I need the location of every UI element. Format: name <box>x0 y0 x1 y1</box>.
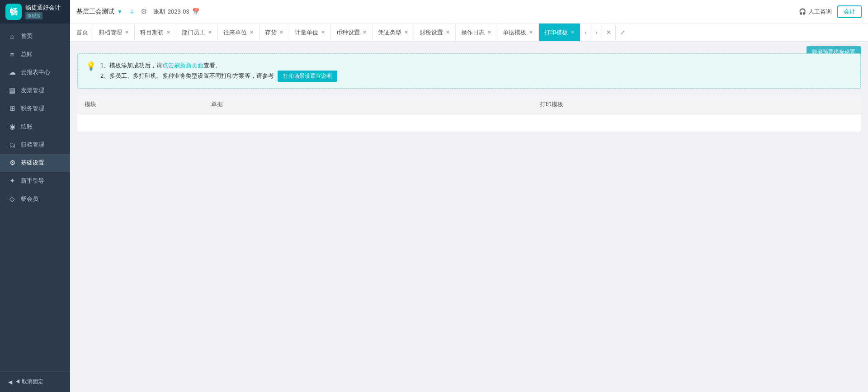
unpin-button[interactable]: ◀ ◀ 取消固定 <box>0 371 70 392</box>
info-text: 1、模板添加成功后，请点击刷新新页面查看。 2、多员工、多打印机、多种业务类型设… <box>100 60 337 82</box>
tab-vendor-label: 往来单位 <box>223 28 247 37</box>
sidebar-item-member[interactable]: ◇ 畅会员 <box>0 190 70 208</box>
member-icon: ◇ <box>8 195 16 203</box>
tab-inventory[interactable]: 存货 ✕ <box>259 24 289 42</box>
table-body <box>77 113 861 132</box>
sidebar: 畅 畅捷通好会计 旗舰版 ⌂ 首页 ≡ 总账 ☁ 云报表中心 ▤ 发票管理 ⊞ … <box>0 0 70 392</box>
tab-tax-settings-close-icon[interactable]: ✕ <box>446 29 450 35</box>
main-area: 基层工会测试 ▼ ＋ ⚙ 账期 2023-03 📅 🎧 人工咨询 会计 首页 归… <box>70 0 868 392</box>
tab-archive-mgmt[interactable]: 归档管理 ✕ <box>93 24 135 42</box>
tab-subject-period[interactable]: 科目期初 ✕ <box>135 24 176 42</box>
sidebar-item-guide[interactable]: ✦ 新手引导 <box>0 172 70 190</box>
tab-unit-label: 计量单位 <box>295 28 318 37</box>
period-area: 账期 2023-03 📅 <box>153 8 199 16</box>
home-icon: ⌂ <box>8 33 16 40</box>
tab-currency-close-icon[interactable]: ✕ <box>363 29 367 35</box>
service-button[interactable]: 🎧 人工咨询 <box>799 8 832 16</box>
company-chevron-icon: ▼ <box>117 9 123 15</box>
logo-badge: 旗舰版 <box>25 12 42 19</box>
topbar-settings-icon[interactable]: ⚙ <box>141 7 147 16</box>
sidebar-label-invoice: 发票管理 <box>21 86 44 94</box>
tab-inventory-close-icon[interactable]: ✕ <box>279 29 283 35</box>
sidebar-item-close[interactable]: ◉ 结账 <box>0 118 70 136</box>
tab-subject-period-close-icon[interactable]: ✕ <box>166 29 170 35</box>
sidebar-item-ledger[interactable]: ≡ 总账 <box>0 45 70 63</box>
tab-single-form[interactable]: 单据模板 ✕ <box>497 24 539 42</box>
tab-expand-button[interactable]: ⤢ <box>616 24 629 42</box>
logo-name: 畅捷通好会计 <box>25 4 61 12</box>
service-label: 人工咨询 <box>808 8 832 16</box>
close-accounts-icon: ◉ <box>8 123 16 131</box>
tab-print-template-close-icon[interactable]: ✕ <box>571 29 575 35</box>
logo-area: 畅 畅捷通好会计 旗舰版 <box>0 0 70 24</box>
info-line1: 1、模板添加成功后，请点击刷新新页面查看。 <box>100 60 337 71</box>
tab-vendor[interactable]: 往来单位 ✕ <box>218 24 259 42</box>
table-header-template: 打印模板 <box>533 96 861 113</box>
account-button[interactable]: 会计 <box>837 5 862 18</box>
sidebar-label-settings: 基础设置 <box>21 159 44 167</box>
calendar-icon[interactable]: 📅 <box>192 8 199 15</box>
period-label: 账期 <box>153 8 165 16</box>
tab-operation-log-label: 操作日志 <box>461 28 485 37</box>
tab-print-template-label: 打印模板 <box>544 28 568 37</box>
tab-dept-staff[interactable]: 部门员工 ✕ <box>176 24 218 42</box>
tab-voucher-type-label: 凭证类型 <box>378 28 401 37</box>
tax-icon: ⊞ <box>8 104 16 113</box>
tab-print-template[interactable]: 打印模板 ✕ <box>539 24 580 42</box>
settings-icon: ⚙ <box>8 159 16 167</box>
tab-vendor-close-icon[interactable]: ✕ <box>250 29 254 35</box>
tabbar: 首页 归档管理 ✕ 科目期初 ✕ 部门员工 ✕ 往来单位 ✕ 存货 ✕ 计量单位… <box>70 24 868 42</box>
reports-icon: ☁ <box>8 68 16 76</box>
topbar: 基层工会测试 ▼ ＋ ⚙ 账期 2023-03 📅 🎧 人工咨询 会计 <box>70 0 868 24</box>
info-refresh-link[interactable]: 点击刷新新页面 <box>162 62 203 69</box>
tab-single-form-close-icon[interactable]: ✕ <box>529 29 533 35</box>
tab-scroll-left-button[interactable]: ‹ <box>580 24 591 42</box>
unpin-label: ◀ 取消固定 <box>15 378 43 386</box>
add-tab-button[interactable]: ＋ <box>128 6 136 17</box>
tab-currency-label: 币种设置 <box>336 28 360 37</box>
tab-single-form-label: 单据模板 <box>503 28 526 37</box>
topbar-right: 🎧 人工咨询 会计 <box>799 5 862 18</box>
sidebar-label-member: 畅会员 <box>21 195 38 203</box>
tab-unit-close-icon[interactable]: ✕ <box>321 29 325 35</box>
tab-voucher-type[interactable]: 凭证类型 ✕ <box>373 24 414 42</box>
tab-archive-mgmt-label: 归档管理 <box>99 28 122 37</box>
sidebar-label-tax: 税务管理 <box>21 104 44 113</box>
sidebar-item-invoice[interactable]: ▤ 发票管理 <box>0 81 70 99</box>
tab-tax-settings-label: 财税设置 <box>420 28 443 37</box>
table-header: 模块 单据 打印模板 <box>77 96 861 113</box>
tab-home-label: 首页 <box>76 28 88 37</box>
print-template-table: 模块 单据 打印模板 <box>77 96 861 132</box>
tab-subject-period-label: 科目期初 <box>140 28 164 37</box>
tab-voucher-type-close-icon[interactable]: ✕ <box>404 29 408 35</box>
tab-archive-mgmt-close-icon[interactable]: ✕ <box>125 29 129 35</box>
sidebar-item-archive[interactable]: 🗂 归档管理 <box>0 136 70 154</box>
print-scene-button[interactable]: 打印场景设置宣说明 <box>278 71 337 82</box>
sidebar-label-ledger: 总账 <box>21 50 33 58</box>
tab-currency[interactable]: 币种设置 ✕ <box>331 24 373 42</box>
tab-dept-staff-close-icon[interactable]: ✕ <box>208 29 212 35</box>
period-value: 2023-03 <box>168 8 189 15</box>
tab-home[interactable]: 首页 <box>70 24 93 42</box>
sidebar-item-reports[interactable]: ☁ 云报表中心 <box>0 63 70 81</box>
company-selector[interactable]: 基层工会测试 ▼ <box>76 8 123 16</box>
company-name: 基层工会测试 <box>76 8 114 16</box>
chevron-right-icon: › <box>595 29 597 36</box>
tab-inventory-label: 存货 <box>265 28 277 37</box>
tab-operation-log-close-icon[interactable]: ✕ <box>487 29 491 35</box>
content-area: 隐藏预置模板设置 💡 1、模板添加成功后，请点击刷新新页面查看。 2、多员工、多… <box>70 42 868 139</box>
headset-icon: 🎧 <box>799 8 806 15</box>
info-line2-prefix: 2、多员工、多打印机、多种业务类型设置不同打印方案等，请参考 <box>100 72 274 79</box>
sidebar-item-home[interactable]: ⌂ 首页 <box>0 27 70 45</box>
tab-tax-settings[interactable]: 财税设置 ✕ <box>414 24 456 42</box>
tab-unit[interactable]: 计量单位 ✕ <box>289 24 331 42</box>
tab-operation-log[interactable]: 操作日志 ✕ <box>456 24 497 42</box>
unpin-icon: ◀ <box>8 379 12 385</box>
bulb-icon: 💡 <box>86 61 96 71</box>
tab-scroll-right-button[interactable]: › <box>591 24 602 42</box>
sidebar-item-settings[interactable]: ⚙ 基础设置 <box>0 154 70 172</box>
info-line2: 2、多员工、多打印机、多种业务类型设置不同打印方案等，请参考 打印场景设置宣说明 <box>100 71 337 82</box>
archive-icon: 🗂 <box>8 141 16 149</box>
sidebar-item-tax[interactable]: ⊞ 税务管理 <box>0 99 70 118</box>
tab-close-all-button[interactable]: ✕ <box>602 24 616 42</box>
